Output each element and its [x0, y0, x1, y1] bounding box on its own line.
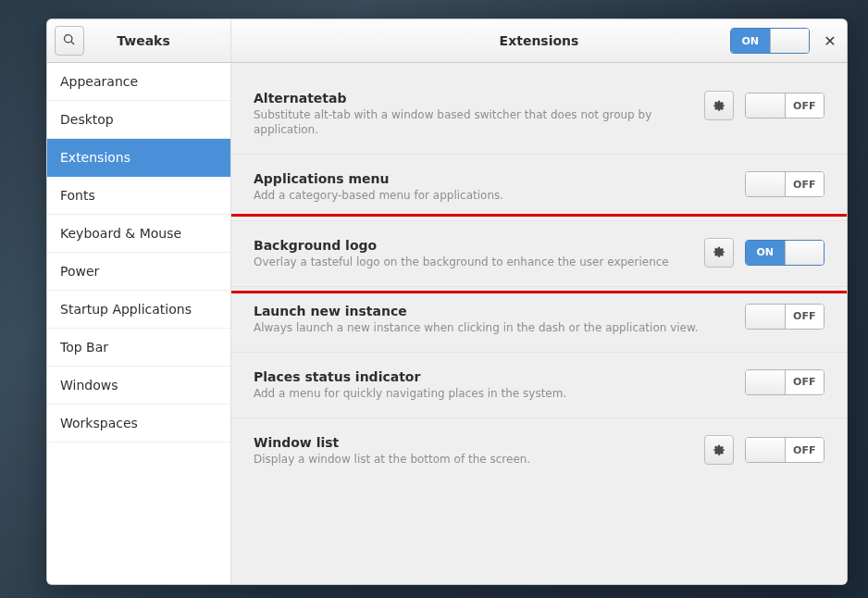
sidebar-item-label: Keyboard & Mouse — [60, 226, 181, 241]
titlebar-controls: ON ✕ — [730, 28, 847, 54]
titlebar: Tweaks Extensions ON ✕ — [47, 19, 847, 63]
titlebar-right: Extensions ON ✕ — [231, 19, 847, 62]
extension-text: Background logoOverlay a tasteful logo o… — [254, 238, 704, 269]
switch-on-label: ON — [746, 241, 785, 265]
extension-title: Launch new instance — [254, 304, 726, 318]
switch-knob — [785, 241, 825, 265]
sidebar-item-label: Power — [60, 264, 99, 279]
switch-knob — [746, 438, 786, 462]
titlebar-left: Tweaks — [47, 19, 231, 62]
sidebar-item-label: Desktop — [60, 112, 114, 127]
sidebar-item-appearance[interactable]: Appearance — [47, 63, 230, 101]
sidebar-item-label: Windows — [60, 378, 118, 392]
sidebar-item-desktop[interactable]: Desktop — [47, 101, 230, 139]
extension-title: Places status indicator — [254, 369, 726, 384]
switch-knob — [746, 370, 786, 394]
extension-row-launch-new-instance: Launch new instanceAlways launch a new i… — [231, 287, 847, 353]
sidebar-item-label: Top Bar — [60, 340, 108, 355]
extension-text: AlternatetabSubstitute alt-tab with a wi… — [254, 91, 704, 137]
extension-desc: Add a category-based menu for applicatio… — [254, 188, 726, 203]
extension-desc: Display a window list at the bottom of t… — [254, 452, 686, 467]
extension-row-applications-menu: Applications menuAdd a category-based me… — [231, 155, 847, 220]
close-icon: ✕ — [824, 32, 836, 50]
search-icon — [63, 32, 76, 50]
extension-row-window-list: Window listDisplay a window list at the … — [231, 418, 847, 483]
extension-title: Alternatetab — [254, 91, 686, 106]
switch-off-label: OFF — [786, 305, 825, 329]
switch-on-label: ON — [731, 29, 770, 53]
sidebar-item-power[interactable]: Power — [47, 253, 230, 291]
extension-settings-button[interactable] — [704, 238, 734, 268]
sidebar-item-label: Workspaces — [60, 416, 138, 430]
global-extensions-switch[interactable]: ON — [730, 28, 810, 54]
gear-icon — [713, 243, 725, 261]
sidebar-item-windows[interactable]: Windows — [47, 367, 230, 405]
content-pane: AlternatetabSubstitute alt-tab with a wi… — [231, 63, 847, 584]
switch-off-label: OFF — [786, 93, 825, 118]
sidebar-item-label: Fonts — [60, 188, 95, 203]
switch-off-label: OFF — [786, 438, 825, 462]
sidebar-item-startup-applications[interactable]: Startup Applications — [47, 291, 230, 329]
tweaks-window: Tweaks Extensions ON ✕ AppearanceDesktop… — [46, 19, 848, 585]
extension-row-alternatetab: AlternatetabSubstitute alt-tab with a wi… — [231, 74, 847, 155]
extension-row-places-status-indicator: Places status indicatorAdd a menu for qu… — [231, 353, 847, 418]
extension-title: Applications menu — [254, 171, 726, 186]
extension-controls: OFF — [704, 435, 825, 465]
switch-knob — [746, 172, 786, 196]
extension-controls: OFF — [745, 304, 825, 330]
extension-title: Window list — [254, 435, 686, 450]
window-body: AppearanceDesktopExtensionsFontsKeyboard… — [47, 63, 847, 584]
extension-controls: OFF — [704, 91, 825, 120]
sidebar-item-extensions[interactable]: Extensions — [47, 139, 230, 177]
sidebar: AppearanceDesktopExtensionsFontsKeyboard… — [47, 63, 231, 584]
extension-text: Places status indicatorAdd a menu for qu… — [254, 369, 745, 401]
extension-title: Background logo — [254, 238, 686, 253]
extension-settings-button[interactable] — [704, 435, 734, 465]
gear-icon — [713, 442, 725, 459]
extension-controls: OFF — [745, 171, 825, 197]
sidebar-item-top-bar[interactable]: Top Bar — [47, 329, 230, 367]
switch-off-label: OFF — [786, 172, 825, 196]
switch-knob — [770, 29, 810, 53]
extension-switch[interactable]: OFF — [745, 369, 825, 395]
gear-icon — [713, 97, 725, 115]
sidebar-item-label: Extensions — [60, 150, 130, 165]
sidebar-item-keyboard-mouse[interactable]: Keyboard & Mouse — [47, 215, 230, 253]
extension-controls: OFF — [745, 369, 825, 395]
extension-text: Window listDisplay a window list at the … — [254, 435, 704, 467]
extension-desc: Overlay a tasteful logo on the backgroun… — [254, 255, 686, 269]
extension-desc: Substitute alt-tab with a window based s… — [254, 107, 686, 137]
extension-switch[interactable]: OFF — [745, 437, 825, 463]
extension-controls: ON — [704, 238, 825, 268]
sidebar-item-fonts[interactable]: Fonts — [47, 177, 230, 215]
extension-settings-button[interactable] — [704, 91, 734, 120]
extension-switch[interactable]: OFF — [745, 93, 825, 118]
extension-text: Launch new instanceAlways launch a new i… — [254, 304, 745, 335]
extension-row-background-logo: Background logoOverlay a tasteful logo o… — [231, 221, 847, 287]
switch-knob — [746, 305, 786, 329]
extension-text: Applications menuAdd a category-based me… — [254, 171, 745, 203]
close-button[interactable]: ✕ — [819, 30, 841, 52]
switch-knob — [746, 93, 786, 118]
extension-switch[interactable]: OFF — [745, 171, 825, 197]
search-button[interactable] — [55, 26, 84, 56]
switch-off-label: OFF — [786, 370, 825, 394]
extension-switch[interactable]: OFF — [745, 304, 825, 330]
extension-desc: Add a menu for quickly navigating places… — [254, 386, 726, 401]
sidebar-item-label: Appearance — [60, 74, 138, 89]
sidebar-item-workspaces[interactable]: Workspaces — [47, 405, 230, 442]
extension-switch[interactable]: ON — [745, 240, 825, 266]
extension-desc: Always launch a new instance when clicki… — [254, 320, 726, 335]
app-title: Tweaks — [84, 33, 230, 48]
sidebar-item-label: Startup Applications — [60, 302, 192, 317]
